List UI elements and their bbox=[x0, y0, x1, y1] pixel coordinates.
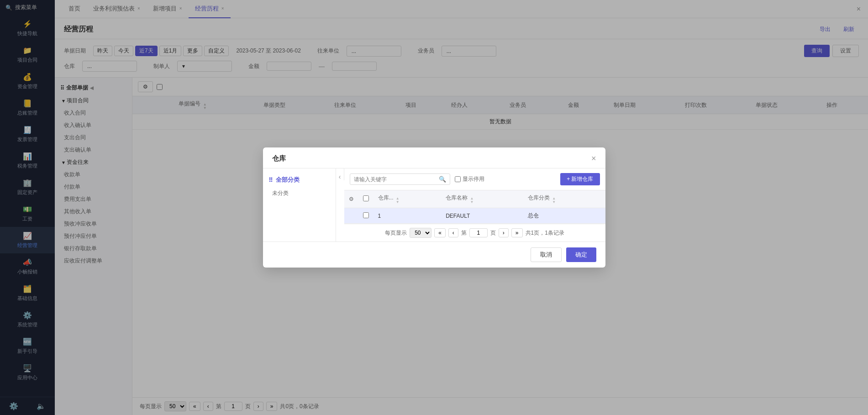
row-checkbox[interactable] bbox=[363, 212, 369, 218]
modal-table-scroll[interactable]: ⚙ 仓库... ▲▼ 仓库名称 ▲▼ 仓库分类 ▲▼ bbox=[344, 190, 605, 224]
modal-th-category[interactable]: 仓库分类 ▲▼ bbox=[523, 190, 605, 208]
modal-table: ⚙ 仓库... ▲▼ 仓库名称 ▲▼ 仓库分类 ▲▼ bbox=[344, 190, 605, 224]
row-num: 1 bbox=[374, 208, 442, 224]
modal-page-input[interactable] bbox=[469, 228, 488, 237]
modal-page-size-select[interactable]: 50 bbox=[410, 228, 431, 238]
show-disabled-text: 显示停用 bbox=[463, 175, 484, 183]
modal-page-word: 第 bbox=[461, 229, 467, 237]
modal-pagination: 每页显示 50 « ‹ 第 页 › » 共1页，1条记录 bbox=[344, 224, 605, 242]
modal-all-category-label: 全部分类 bbox=[276, 176, 300, 184]
grid-icon-2: ⠿ bbox=[268, 177, 273, 184]
modal-page-info: 共1页，1条记录 bbox=[526, 229, 564, 237]
row-gear bbox=[344, 208, 358, 224]
modal-header: 仓库 × bbox=[263, 147, 605, 168]
cancel-button[interactable]: 取消 bbox=[531, 247, 562, 262]
row-code: DEFAULT bbox=[441, 208, 523, 224]
confirm-button[interactable]: 确定 bbox=[566, 247, 596, 262]
modal-search-input[interactable] bbox=[354, 176, 439, 183]
chevron-left-icon: ‹ bbox=[339, 173, 341, 180]
modal-last-btn[interactable]: » bbox=[511, 228, 523, 237]
show-disabled-checkbox[interactable] bbox=[455, 176, 461, 182]
modal-th-checkbox bbox=[358, 190, 374, 208]
modal-next-btn[interactable]: › bbox=[499, 228, 509, 237]
show-disabled-label[interactable]: 显示停用 bbox=[455, 175, 484, 183]
row-name: 总仓 bbox=[523, 208, 605, 224]
modal-table-header: ⚙ 仓库... ▲▼ 仓库名称 ▲▼ 仓库分类 ▲▼ bbox=[344, 190, 605, 208]
modal-right-panel: 🔍 显示停用 + 新增仓库 ⚙ bbox=[344, 168, 605, 242]
modal-search-icon[interactable]: 🔍 bbox=[439, 176, 446, 183]
modal-unclassified-item[interactable]: 未分类 bbox=[263, 187, 336, 200]
modal-first-btn[interactable]: « bbox=[434, 228, 446, 237]
modal-footer: 取消 确定 bbox=[263, 242, 605, 268]
modal-prev-btn[interactable]: ‹ bbox=[448, 228, 458, 237]
modal-close-btn[interactable]: × bbox=[591, 154, 596, 163]
table-row[interactable]: 1 DEFAULT 总仓 bbox=[344, 208, 605, 224]
modal-page-word2: 页 bbox=[490, 229, 496, 237]
modal-th-name[interactable]: 仓库名称 ▲▼ bbox=[441, 190, 523, 208]
modal-overlay: 仓库 × ⠿ 全部分类 未分类 ‹ bbox=[0, 0, 868, 415]
modal-toolbar: 🔍 显示停用 + 新增仓库 bbox=[344, 168, 605, 190]
row-checkbox-cell[interactable] bbox=[358, 208, 374, 224]
modal-left-panel: ⠿ 全部分类 未分类 bbox=[263, 168, 336, 242]
add-warehouse-btn[interactable]: + 新增仓库 bbox=[560, 173, 600, 185]
modal-page-size-label: 每页显示 bbox=[385, 229, 407, 237]
modal-body: ⠿ 全部分类 未分类 ‹ 🔍 显示停用 bbox=[263, 168, 605, 242]
modal-title: 仓库 bbox=[272, 154, 286, 163]
modal-all-category-btn[interactable]: ⠿ 全部分类 bbox=[263, 173, 336, 187]
modal-th-gear: ⚙ bbox=[344, 190, 358, 208]
warehouse-modal: 仓库 × ⠿ 全部分类 未分类 ‹ bbox=[263, 147, 605, 268]
modal-collapse-btn[interactable]: ‹ bbox=[336, 168, 344, 180]
modal-th-code[interactable]: 仓库... ▲▼ bbox=[374, 190, 442, 208]
modal-select-all[interactable] bbox=[363, 195, 369, 201]
modal-table-body: 1 DEFAULT 总仓 bbox=[344, 208, 605, 224]
modal-search-box[interactable]: 🔍 bbox=[350, 173, 450, 185]
